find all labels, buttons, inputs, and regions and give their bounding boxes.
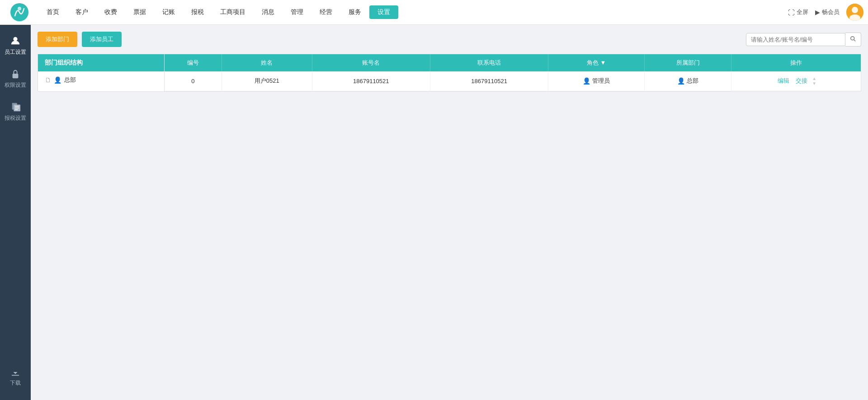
sidebar-item-download-label: 下载 [10,379,21,387]
person-icon [10,36,21,47]
add-employee-button[interactable]: 添加员工 [82,32,122,47]
role-text: 管理员 [592,77,610,85]
col-phone: 联系电话 [430,54,548,71]
main-layout: 员工设置 权限设置 报税设置 [0,25,868,400]
nav-item-首页[interactable]: 首页 [38,5,67,19]
table-panel: 编号 姓名 账号名 联系电话 角色 ▼ 所属部门 操作 [165,54,861,91]
col-account: 账号名 [312,54,430,71]
svg-point-3 [852,7,858,13]
member-button[interactable]: ▶ 畅会员 [815,8,840,16]
tree-item-headquarters[interactable]: 🗋 👤 总部 [38,71,164,89]
sidebar: 员工设置 权限设置 报税设置 [0,25,31,400]
report-icon [10,102,21,113]
dept-person-icon: 👤 [54,76,61,84]
lock-icon [10,69,21,80]
search-button[interactable] [845,33,861,47]
employee-table: 编号 姓名 账号名 联系电话 角色 ▼ 所属部门 操作 [165,54,861,91]
col-role: 角色 ▼ [548,54,645,71]
svg-point-1 [18,7,21,10]
cell-account: 18679110521 [312,71,430,91]
dept-person-icon2: 👤 [677,77,685,85]
sidebar-item-download[interactable]: 下载 [10,360,21,393]
tree-header: 部门组织结构 [38,54,164,71]
svg-point-14 [851,36,854,40]
sidebar-bottom: 下载 [10,360,21,400]
dept-text: 总部 [687,77,698,85]
action-交接[interactable]: 交接 [796,77,807,85]
toolbar: 添加部门 添加员工 [38,32,861,47]
action-编辑[interactable]: 编辑 [778,77,789,85]
col-id: 编号 [165,54,222,71]
cell-actions[interactable]: 编辑交接▲▼ [731,71,861,91]
sidebar-item-permission-label: 权限设置 [5,81,26,89]
col-name: 姓名 [222,54,312,71]
file-icon: 🗋 [45,76,51,84]
nav-item-工商项目[interactable]: 工商项目 [212,5,254,19]
cell-phone: 18679110521 [430,71,548,91]
sidebar-item-employee[interactable]: 员工设置 [0,29,31,62]
fullscreen-button[interactable]: ⛶ 全屏 [788,8,808,16]
table-row: 0用户05211867911052118679110521👤管理员👤总部编辑交接… [165,71,861,91]
nav-items: 首页客户收费票据记账报税工商项目消息管理经营服务设置 [38,5,788,19]
role-person-icon: 👤 [583,77,590,85]
svg-point-5 [13,37,17,41]
user-avatar[interactable] [846,4,863,21]
table-header-row: 编号 姓名 账号名 联系电话 角色 ▼ 所属部门 操作 [165,54,861,71]
search-input[interactable] [746,33,845,46]
fullscreen-icon: ⛶ [788,9,795,16]
nav-item-设置[interactable]: 设置 [369,5,398,19]
add-dept-button[interactable]: 添加部门 [38,32,77,47]
svg-line-15 [854,39,856,41]
nav-right: ⛶ 全屏 ▶ 畅会员 [788,4,863,21]
logo [5,3,34,21]
svg-point-7 [15,75,16,76]
nav-item-报税[interactable]: 报税 [183,5,212,19]
content-area: 添加部门 添加员工 部门组织结构 🗋 👤 总部 [31,25,868,400]
sidebar-item-employee-label: 员工设置 [5,48,26,56]
nav-item-记账[interactable]: 记账 [154,5,183,19]
play-icon: ▶ [815,9,820,16]
nav-item-服务[interactable]: 服务 [340,5,369,19]
cell-dept: 👤总部 [644,71,731,91]
sidebar-item-tax[interactable]: 报税设置 [0,95,31,128]
download-icon [10,367,21,377]
tree-panel: 部门组织结构 🗋 👤 总部 [38,54,165,91]
cell-name: 用户0521 [222,71,312,91]
top-navigation: 首页客户收费票据记账报税工商项目消息管理经营服务设置 ⛶ 全屏 ▶ 畅会员 [0,0,868,25]
cell-id: 0 [165,71,222,91]
sidebar-item-tax-label: 报税设置 [5,114,26,122]
fullscreen-label: 全屏 [797,8,808,16]
nav-item-客户[interactable]: 客户 [67,5,96,19]
scroll-arrows: ▲▼ [812,76,816,86]
search-bar [746,33,861,47]
col-dept: 所属部门 [644,54,731,71]
nav-item-票据[interactable]: 票据 [125,5,154,19]
cell-role: 👤管理员 [548,71,645,91]
nav-item-收费[interactable]: 收费 [96,5,125,19]
nav-item-经营[interactable]: 经营 [311,5,340,19]
tree-item-label: 总部 [64,76,76,84]
nav-item-管理[interactable]: 管理 [283,5,311,19]
content-split: 部门组织结构 🗋 👤 总部 编号 姓名 账号名 联系电话 [38,54,861,92]
logo-icon [10,3,28,21]
member-label: 畅会员 [822,8,840,16]
sidebar-item-permission[interactable]: 权限设置 [0,62,31,95]
col-actions: 操作 [731,54,861,71]
filter-icon[interactable]: ▼ [600,59,606,66]
svg-rect-13 [12,375,19,376]
nav-item-消息[interactable]: 消息 [254,5,283,19]
